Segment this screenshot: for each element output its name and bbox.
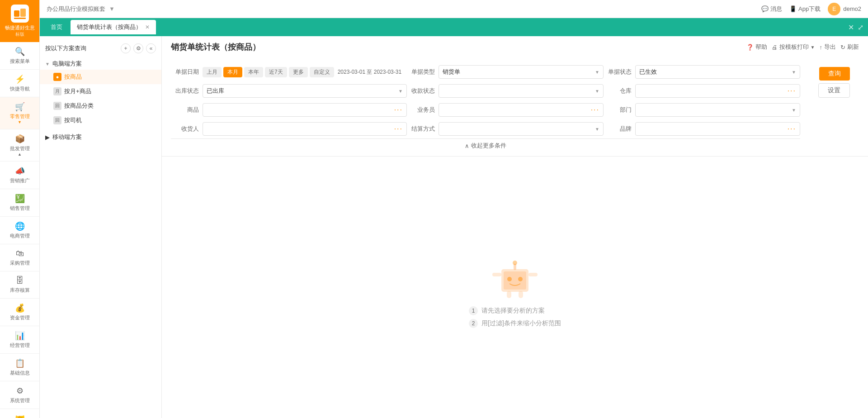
message-icon: 💬 bbox=[761, 5, 769, 12]
app-download-item[interactable]: 📱 App下载 bbox=[789, 5, 821, 13]
template-print-action[interactable]: 🖨 按模板打印 ▼ bbox=[772, 43, 815, 51]
query-button[interactable]: 查询 bbox=[819, 67, 850, 81]
sidebar-finance-label: 资金管理 bbox=[10, 314, 30, 321]
sales-icon: 💹 bbox=[15, 194, 25, 204]
enterprise-icon: 🤝 bbox=[15, 413, 25, 418]
collapse-arrow-icon: ∧ bbox=[465, 142, 469, 149]
export-action[interactable]: ↑ 导出 bbox=[820, 43, 836, 51]
sidebar-item-wholesale[interactable]: 📦 批发管理 ▲ bbox=[0, 129, 39, 162]
settings-button[interactable]: 设置 bbox=[818, 83, 850, 98]
refresh-action[interactable]: ↻ 刷新 bbox=[840, 43, 859, 51]
user-profile[interactable]: E demo2 bbox=[828, 3, 861, 15]
date-strip: 上月 本月 本年 近7天 更多 自定义 2023-03-01 至 2023-03… bbox=[203, 67, 407, 77]
mobile-scheme-group-title[interactable]: ▶ 移动端方案 bbox=[40, 131, 161, 143]
warehouse-select[interactable]: ··· bbox=[635, 84, 800, 98]
svg-rect-2 bbox=[14, 18, 26, 19]
filter-row-3: 商品 ··· 业务员 ··· bbox=[171, 100, 800, 119]
filter-cell-product: 商品 ··· bbox=[171, 103, 407, 117]
collect-status-select[interactable]: ▼ bbox=[439, 84, 604, 98]
salesman-select[interactable]: ··· bbox=[439, 103, 604, 117]
pc-scheme-group-title[interactable]: ▼ 电脑端方案 bbox=[40, 58, 161, 70]
collapse-panel-button[interactable]: « bbox=[146, 43, 156, 53]
hint-text-1: 请先选择要分析的方案 bbox=[481, 307, 545, 315]
sidebar-item-sales[interactable]: 💹 销售管理 bbox=[0, 189, 39, 217]
receiver-select[interactable]: ··· bbox=[203, 122, 407, 136]
by-month-label: 按月+商品 bbox=[64, 87, 91, 95]
filter-fields: 单据日期 上月 本月 本年 近7天 更多 自定义 2023-03-01 至 20… bbox=[171, 62, 800, 152]
sidebar-item-quicknav[interactable]: ⚡ 快捷导航 bbox=[0, 70, 39, 97]
wholesale-arrow-icon: ▲ bbox=[18, 152, 22, 157]
mobile-group-label: 移动端方案 bbox=[52, 133, 82, 141]
out-status-select[interactable]: 已出库 ▼ bbox=[203, 84, 407, 98]
main-area: 办公用品行业模拟账套 ▼ 💬 消息 📱 App下载 E demo2 首页 bbox=[40, 0, 868, 418]
tab-report[interactable]: 销货单统计表（按商品） ✕ bbox=[71, 20, 156, 34]
settlement-label: 结算方式 bbox=[407, 125, 439, 133]
svg-point-8 bbox=[513, 261, 517, 265]
sidebar: 畅捷通好生意 标版 🔍 搜索菜单 ⚡ 快捷导航 🛒 零售管理 ▼ 📦 批发管理 … bbox=[0, 0, 40, 418]
filter-cell-salesman: 业务员 ··· bbox=[407, 103, 604, 117]
date-btn-this-month[interactable]: 本月 bbox=[223, 67, 242, 77]
dept-select[interactable]: ▼ bbox=[635, 103, 800, 117]
by-product-label: 按商品 bbox=[64, 73, 82, 81]
date-btn-custom[interactable]: 自定义 bbox=[310, 67, 334, 77]
bill-status-arrow-icon: ▼ bbox=[792, 70, 796, 75]
date-btn-more[interactable]: 更多 bbox=[289, 67, 308, 77]
maximize-icon[interactable]: ⤢ bbox=[858, 23, 863, 32]
sidebar-item-basic[interactable]: 📋 基础信息 bbox=[0, 354, 39, 381]
help-action[interactable]: ❓ 帮助 bbox=[746, 43, 767, 51]
export-label: 导出 bbox=[824, 43, 836, 51]
sidebar-item-inventory[interactable]: 🗄 库存核算 bbox=[0, 271, 39, 299]
collapse-bar[interactable]: ∧ 收起更多条件 bbox=[171, 138, 800, 152]
edit-scheme-button[interactable]: ⚙ bbox=[133, 43, 143, 53]
header-right: 💬 消息 📱 App下载 E demo2 bbox=[761, 3, 861, 15]
print-icon: 🖨 bbox=[772, 44, 778, 51]
refresh-icon: ↻ bbox=[840, 44, 845, 51]
print-label: 按模板打印 bbox=[779, 43, 809, 51]
template-dropdown-icon[interactable]: ▼ bbox=[109, 5, 115, 12]
sidebar-item-ecommerce[interactable]: 🌐 电商管理 bbox=[0, 217, 39, 244]
settlement-select[interactable]: ▼ bbox=[439, 122, 604, 136]
sidebar-item-retail[interactable]: 🛒 零售管理 ▼ bbox=[0, 97, 39, 129]
scheme-item-by-cashier[interactable]: 回 按司机 bbox=[40, 113, 161, 128]
tab-bar: 首页 销货单统计表（按商品） ✕ ✕ ⤢ bbox=[40, 18, 868, 36]
date-btn-last-month[interactable]: 上月 bbox=[203, 67, 222, 77]
sidebar-item-finance[interactable]: 💰 资金管理 bbox=[0, 299, 39, 326]
filter-area: 单据日期 上月 本月 本年 近7天 更多 自定义 2023-03-01 至 20… bbox=[162, 61, 868, 156]
bill-type-select[interactable]: 销货单 ▼ bbox=[439, 65, 604, 79]
product-select[interactable]: ··· bbox=[203, 103, 407, 117]
close-window-icon[interactable]: ✕ bbox=[848, 23, 854, 32]
tab-home[interactable]: 首页 bbox=[44, 20, 69, 34]
sidebar-item-operation[interactable]: 📊 经营管理 bbox=[0, 326, 39, 354]
page-title: 销货单统计表（按商品） bbox=[171, 42, 260, 52]
sidebar-item-marketing[interactable]: 📣 营销推广 bbox=[0, 162, 39, 189]
sidebar-item-enterprise[interactable]: 🤝 企业协同 bbox=[0, 409, 39, 418]
page-actions: ❓ 帮助 🖨 按模板打印 ▼ ↑ 导出 ↻ bbox=[746, 43, 859, 51]
empty-state: 1 请先选择要分析的方案 2 用[过滤]条件来缩小分析范围 bbox=[162, 157, 868, 418]
hint-text-2: 用[过滤]条件来缩小分析范围 bbox=[481, 319, 561, 328]
date-btn-this-year[interactable]: 本年 bbox=[244, 67, 263, 77]
scheme-item-by-month-product[interactable]: 月 按月+商品 bbox=[40, 84, 161, 99]
scheme-item-by-category[interactable]: 回 按商品分类 bbox=[40, 99, 161, 113]
bill-status-select[interactable]: 已生效 ▼ bbox=[635, 65, 800, 79]
date-range-display: 2023-03-01 至 2023-03-31 bbox=[338, 68, 401, 76]
scheme-panel: 按以下方案查询 + ⚙ « ▼ 电脑端方案 ● 按商品 月 按月 bbox=[40, 36, 162, 418]
operation-icon: 📊 bbox=[15, 331, 25, 341]
pc-group-label: 电脑端方案 bbox=[52, 60, 82, 68]
sidebar-item-system[interactable]: ⚙ 系统管理 bbox=[0, 381, 39, 409]
brand-select[interactable]: ··· bbox=[635, 122, 800, 136]
export-icon: ↑ bbox=[820, 44, 823, 51]
sidebar-operation-label: 经营管理 bbox=[10, 342, 30, 349]
add-scheme-button[interactable]: + bbox=[121, 43, 131, 53]
empty-illustration bbox=[488, 247, 542, 301]
sidebar-item-purchase[interactable]: 🛍 采购管理 bbox=[0, 244, 39, 271]
tab-close-button[interactable]: ✕ bbox=[145, 24, 150, 30]
date-btn-7days[interactable]: 近7天 bbox=[265, 67, 287, 77]
salesman-label: 业务员 bbox=[407, 106, 439, 114]
svg-rect-11 bbox=[507, 291, 511, 298]
message-item[interactable]: 💬 消息 bbox=[761, 5, 782, 13]
print-arrow-icon: ▼ bbox=[811, 45, 815, 50]
sidebar-item-search[interactable]: 🔍 搜索菜单 bbox=[0, 42, 39, 70]
out-status-arrow-icon: ▼ bbox=[398, 89, 403, 94]
logo-icon bbox=[11, 5, 29, 23]
scheme-item-by-product[interactable]: ● 按商品 bbox=[40, 70, 161, 84]
